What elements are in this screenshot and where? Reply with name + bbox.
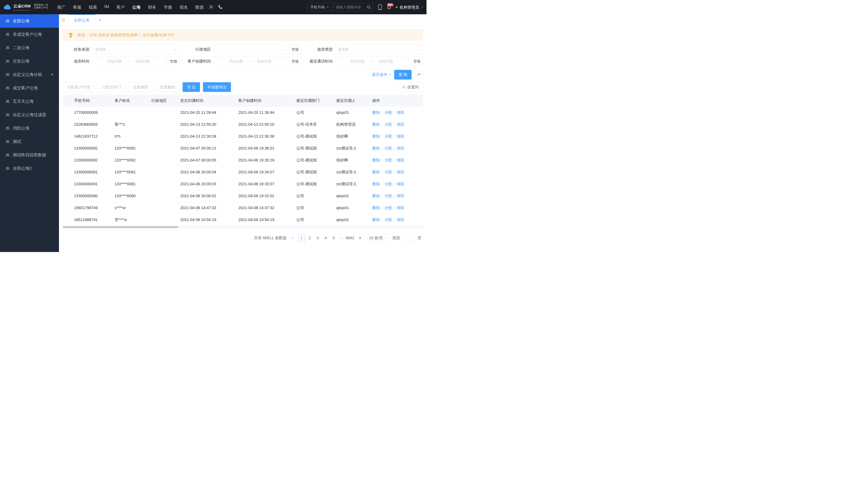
user-menu[interactable]: 机构管理员 bbox=[396, 4, 423, 10]
last-call-null-button[interactable]: 空值 bbox=[411, 57, 423, 66]
create-time-range[interactable]: 开始日期~结束日期 bbox=[213, 57, 287, 66]
row-claim-link[interactable]: 领取 bbox=[397, 217, 404, 222]
export-plain-button[interactable]: 不加密导出 bbox=[203, 82, 231, 92]
sidebar-item[interactable]: 成交客户公海 bbox=[0, 81, 59, 95]
phone-icon[interactable] bbox=[217, 4, 223, 10]
row-claim-link[interactable]: 领取 bbox=[397, 169, 404, 175]
notifications-button[interactable]: 99+ bbox=[386, 4, 392, 10]
abandon-type-select[interactable]: 请选择 ⌄ bbox=[335, 45, 423, 54]
add-user-icon[interactable] bbox=[208, 4, 214, 10]
abandon-time-null-button[interactable]: 空值 bbox=[167, 57, 180, 66]
pager-last-page[interactable]: 6882 bbox=[345, 235, 354, 241]
sidebar-item[interactable]: 全部公海2 bbox=[0, 162, 59, 175]
row-claim-link[interactable]: 领取 bbox=[397, 181, 404, 187]
row-assign-link[interactable]: 分配 bbox=[384, 169, 392, 175]
assign-dept-button[interactable]: 分配到部门 bbox=[97, 82, 125, 92]
row-delete-link[interactable]: 删除 bbox=[372, 169, 380, 175]
nav-item[interactable]: 公海 bbox=[131, 3, 142, 11]
nav-item[interactable]: 报名 bbox=[178, 3, 189, 11]
nav-item[interactable]: 财务 bbox=[147, 3, 158, 11]
region-null-button[interactable]: 空值 bbox=[289, 45, 302, 54]
row-delete-link[interactable]: 删除 bbox=[372, 217, 380, 222]
page-size-select[interactable]: 10 条/页 bbox=[366, 234, 390, 242]
row-assign-link[interactable]: 分配 bbox=[384, 134, 392, 139]
columns-button[interactable]: 设置列 bbox=[398, 82, 423, 92]
row-checkbox[interactable] bbox=[65, 134, 69, 138]
row-assign-link[interactable]: 分配 bbox=[384, 217, 392, 222]
row-checkbox[interactable] bbox=[65, 218, 69, 221]
friend-source-select[interactable]: 请选择 ⌄ bbox=[92, 45, 180, 54]
row-checkbox[interactable] bbox=[65, 122, 69, 126]
row-delete-link[interactable]: 删除 bbox=[372, 134, 380, 139]
abandon-time-range[interactable]: 开始日期~结束日期 bbox=[92, 57, 165, 66]
row-claim-link[interactable]: 领取 bbox=[397, 146, 404, 151]
row-checkbox[interactable] bbox=[65, 146, 69, 149]
row-delete-link[interactable]: 删除 bbox=[372, 146, 380, 151]
pager-page[interactable]: 1 bbox=[298, 235, 305, 241]
export-button[interactable]: 导 出 bbox=[183, 82, 200, 92]
nav-item[interactable]: 客户 bbox=[115, 3, 126, 11]
row-assign-link[interactable]: 分配 bbox=[384, 193, 392, 199]
nav-item[interactable]: 学服 bbox=[162, 3, 174, 11]
assign-manager-button[interactable]: 分配客户经理 bbox=[62, 82, 94, 92]
batch-claim-button[interactable]: 批量领取 bbox=[128, 82, 152, 92]
scrollbar-thumb[interactable] bbox=[63, 227, 178, 228]
page-jump-input[interactable] bbox=[403, 235, 415, 241]
nav-item[interactable]: IM bbox=[103, 3, 111, 11]
row-assign-link[interactable]: 分配 bbox=[384, 146, 392, 151]
region-select[interactable]: ⌄ bbox=[213, 45, 287, 54]
tab-add-button[interactable]: + bbox=[96, 17, 105, 22]
pager-prev-button[interactable] bbox=[289, 235, 296, 241]
sidebar-item[interactable]: 测试 bbox=[0, 135, 59, 148]
pager-page[interactable]: 3 bbox=[314, 235, 321, 241]
pager-page[interactable]: 4 bbox=[323, 235, 329, 241]
row-claim-link[interactable]: 领取 bbox=[397, 134, 404, 139]
sidebar-item[interactable]: 测试昨日回库数据 bbox=[0, 148, 59, 162]
sidebar-item[interactable]: 非成交客户公海 bbox=[0, 28, 59, 41]
sidebar-item[interactable]: 消防公海 bbox=[0, 122, 59, 135]
row-delete-link[interactable]: 删除 bbox=[372, 158, 380, 163]
row-assign-link[interactable]: 分配 bbox=[384, 158, 392, 163]
query-button[interactable]: 查 询 bbox=[394, 70, 412, 80]
row-claim-link[interactable]: 领取 bbox=[397, 158, 404, 163]
nav-item[interactable]: 推广 bbox=[56, 3, 67, 11]
search-input[interactable] bbox=[333, 4, 365, 11]
tabs-toggle-button[interactable] bbox=[59, 14, 68, 25]
row-delete-link[interactable]: 删除 bbox=[372, 110, 380, 115]
row-delete-link[interactable]: 删除 bbox=[372, 122, 380, 127]
sidebar-item[interactable]: 自定义公海分组 bbox=[0, 68, 59, 81]
sidebar-item[interactable]: 五月天公海 bbox=[0, 95, 59, 108]
expand-filters-link[interactable]: 展开条件 bbox=[372, 72, 391, 77]
sidebar-item[interactable]: 自定义公海过滤器 bbox=[0, 108, 59, 122]
row-claim-link[interactable]: 领取 bbox=[397, 110, 404, 115]
tab-all-public[interactable]: 全部公海 bbox=[68, 14, 96, 25]
row-checkbox[interactable] bbox=[65, 170, 69, 173]
row-checkbox[interactable] bbox=[65, 206, 69, 209]
nav-item[interactable]: 线索 bbox=[87, 3, 98, 11]
nav-item[interactable]: 客服 bbox=[72, 3, 83, 11]
nav-item[interactable]: 数据 bbox=[194, 3, 205, 11]
search-button[interactable] bbox=[365, 4, 373, 11]
horizontal-scrollbar[interactable] bbox=[63, 226, 423, 228]
row-checkbox[interactable] bbox=[65, 158, 69, 161]
row-assign-link[interactable]: 分配 bbox=[384, 181, 392, 187]
row-delete-link[interactable]: 删除 bbox=[372, 181, 380, 187]
mobile-icon[interactable] bbox=[378, 4, 382, 10]
pager-page[interactable]: 2 bbox=[307, 235, 313, 241]
row-assign-link[interactable]: 分配 bbox=[384, 110, 392, 115]
row-checkbox[interactable] bbox=[65, 110, 69, 114]
row-delete-link[interactable]: 删除 bbox=[372, 193, 380, 199]
create-time-null-button[interactable]: 空值 bbox=[289, 57, 302, 66]
row-delete-link[interactable]: 删除 bbox=[372, 205, 380, 211]
pager-page[interactable]: 5 bbox=[331, 235, 337, 241]
search-type-select[interactable]: 手机号码 bbox=[307, 3, 332, 11]
row-claim-link[interactable]: 领取 bbox=[397, 193, 404, 199]
sidebar-item[interactable]: 注安公海 bbox=[0, 55, 59, 68]
sidebar-item[interactable]: 全部公海 bbox=[0, 14, 59, 28]
last-call-range[interactable]: 开始日期~结束日期 bbox=[335, 57, 408, 66]
row-claim-link[interactable]: 领取 bbox=[397, 122, 404, 127]
row-checkbox[interactable] bbox=[65, 182, 69, 185]
row-assign-link[interactable]: 分配 bbox=[384, 122, 392, 127]
row-claim-link[interactable]: 领取 bbox=[397, 205, 404, 211]
select-all-checkbox[interactable] bbox=[65, 98, 69, 102]
